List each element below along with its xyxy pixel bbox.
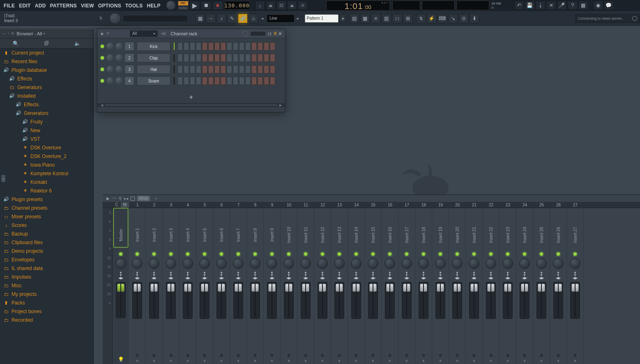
- mixer-track[interactable]: Insert 23▲▼◀▶▲: [500, 208, 516, 364]
- channel-number[interactable]: 1: [124, 42, 134, 51]
- tempo-display[interactable]: 130.000: [224, 1, 250, 10]
- track-fader[interactable]: [452, 282, 462, 319]
- chat-icon[interactable]: 💬: [604, 1, 614, 10]
- track-fader[interactable]: [318, 282, 327, 319]
- cr-undo-icon[interactable]: ↶: [106, 32, 110, 36]
- track-stereo-sep[interactable]: ▲▼◀▶: [152, 271, 157, 279]
- step[interactable]: [258, 42, 263, 50]
- menu-patterns[interactable]: PATTERNS: [48, 3, 79, 9]
- track-enable-led[interactable]: [405, 252, 408, 256]
- track-pan-knob[interactable]: [401, 258, 412, 269]
- mixer-track[interactable]: Insert 10▲▼◀▶▲: [281, 208, 297, 364]
- track-fader[interactable]: [503, 282, 513, 319]
- track-fx-icon[interactable]: [269, 353, 275, 358]
- track-arrow-icon[interactable]: ▲: [540, 359, 543, 362]
- step[interactable]: [245, 42, 251, 50]
- cr-filter-select[interactable]: All▸: [130, 30, 158, 37]
- channel-pan-knob[interactable]: [106, 54, 114, 62]
- track-pan-knob[interactable]: [166, 258, 176, 269]
- track-pan-knob[interactable]: [199, 258, 210, 269]
- track-pan-knob[interactable]: [283, 258, 294, 269]
- cr-sound-icon[interactable]: ⊲): [161, 31, 166, 36]
- step[interactable]: [190, 77, 195, 85]
- track-fader[interactable]: [385, 282, 395, 319]
- mixer-track[interactable]: Insert 22▲▼◀▶▲: [483, 208, 500, 364]
- step[interactable]: [196, 65, 201, 73]
- record-button[interactable]: ●: [212, 1, 223, 10]
- track-fx-icon[interactable]: [151, 353, 157, 358]
- track-stereo-sep[interactable]: ▲▼◀▶: [438, 271, 443, 279]
- track-enable-led[interactable]: [472, 252, 476, 256]
- mixer-track[interactable]: Insert 20▲▼◀▶▲: [449, 208, 466, 364]
- track-arrow-icon[interactable]: ▲: [338, 359, 341, 362]
- track-arrow-icon[interactable]: ▲: [270, 359, 274, 362]
- track-enable-led[interactable]: [355, 252, 358, 256]
- tree-item[interactable]: 🗀Recorded: [0, 316, 93, 324]
- mixer-track[interactable]: Insert 8▲▼◀▶▲: [247, 208, 264, 364]
- save-icon[interactable]: 💾: [525, 1, 535, 10]
- hint-knob[interactable]: [109, 13, 121, 24]
- mx-wave-icon[interactable]: 〰: [112, 196, 116, 201]
- key-icon[interactable]: ⌨: [437, 14, 447, 23]
- step[interactable]: [233, 54, 238, 62]
- snap-tri2-icon[interactable]: ►: [296, 16, 300, 21]
- step[interactable]: [221, 54, 226, 62]
- step[interactable]: [251, 77, 257, 85]
- track-arrow-icon[interactable]: ▲: [388, 359, 391, 362]
- tool-arrow-icon[interactable]: →: [206, 14, 216, 23]
- channel-pan-knob[interactable]: [106, 77, 114, 85]
- mixer-track[interactable]: Insert 21▲▼◀▶▲: [466, 208, 483, 364]
- tool-link-icon[interactable]: 🔗: [238, 14, 248, 23]
- browser-collapse-grip[interactable]: ◂: [1, 175, 5, 182]
- step[interactable]: [214, 77, 220, 85]
- track-fader[interactable]: [520, 282, 529, 319]
- track-fader[interactable]: [284, 282, 294, 319]
- track-fader[interactable]: [216, 282, 226, 319]
- track-fx-icon[interactable]: [505, 353, 511, 358]
- tree-item[interactable]: 🗀IL shared data: [0, 264, 93, 272]
- tree-item[interactable]: ✷DSK Overture: [0, 143, 93, 152]
- mixer-track[interactable]: Insert 11▲▼◀▶▲: [297, 208, 314, 364]
- menu-tools[interactable]: TOOLS: [123, 3, 145, 9]
- track-stereo-sep[interactable]: ▲▼◀▶: [168, 271, 173, 279]
- metronome-icon[interactable]: ⍙: [255, 1, 265, 10]
- pattern-select[interactable]: Pattern 1: [305, 14, 338, 23]
- step[interactable]: [177, 77, 183, 85]
- track-fader[interactable]: [183, 282, 193, 319]
- cr-graph-icon[interactable]: ⫿⫿: [268, 31, 272, 36]
- step[interactable]: [270, 77, 275, 85]
- track-fx-icon[interactable]: [168, 353, 174, 358]
- cr-scrollbar[interactable]: ◀ ▶: [97, 103, 285, 107]
- step[interactable]: [251, 54, 257, 62]
- step[interactable]: [177, 42, 183, 50]
- countdown-icon[interactable]: 32: [276, 1, 286, 10]
- step[interactable]: [239, 42, 244, 50]
- step[interactable]: [221, 42, 226, 50]
- track-fader[interactable]: [166, 282, 176, 319]
- track-stereo-sep[interactable]: ▲▼◀▶: [371, 271, 375, 279]
- play-button[interactable]: ▶: [189, 1, 200, 10]
- tree-item[interactable]: 🗀My projects: [0, 290, 93, 298]
- track-fx-icon[interactable]: [555, 353, 561, 358]
- track-stereo-sep[interactable]: ▲▼◀▶: [556, 271, 561, 279]
- track-arrow-icon[interactable]: ▲: [439, 359, 442, 362]
- track-enable-led[interactable]: [304, 252, 307, 256]
- track-stereo-sep[interactable]: ▲▼◀▶: [539, 271, 544, 279]
- tree-item[interactable]: ✷Kontakt: [0, 178, 93, 186]
- track-arrow-icon[interactable]: ▲: [573, 359, 577, 362]
- step[interactable]: [251, 42, 257, 50]
- track-fx-icon[interactable]: [387, 353, 393, 358]
- step[interactable]: [227, 77, 232, 85]
- step[interactable]: [264, 65, 269, 73]
- tree-item[interactable]: 🔊Effects: [0, 100, 93, 109]
- browser-back-icon[interactable]: ← ↑ ↻: [2, 31, 14, 36]
- channel-select[interactable]: [173, 65, 175, 74]
- track-enable-led[interactable]: [136, 252, 139, 256]
- track-fx-icon[interactable]: [303, 353, 308, 358]
- tree-item[interactable]: ✷DSK Overture_2: [0, 152, 93, 160]
- browser-copy-icon[interactable]: 🗐: [44, 41, 49, 46]
- track-enable-led[interactable]: [338, 252, 341, 256]
- step[interactable]: [202, 65, 207, 73]
- hint-slider[interactable]: [123, 16, 187, 21]
- menu-options[interactable]: OPTIONS: [96, 3, 123, 9]
